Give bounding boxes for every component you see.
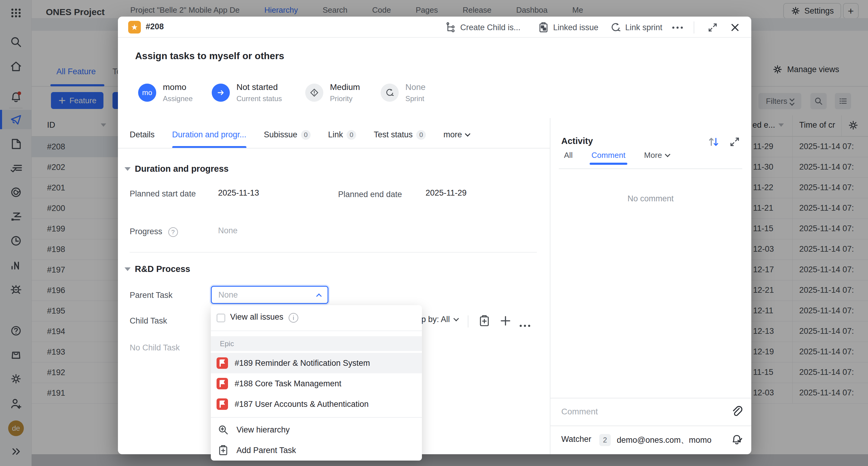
child-task-more-button[interactable] bbox=[520, 319, 533, 332]
planned-start-label: Planned start date bbox=[130, 188, 202, 200]
progress-value[interactable]: None bbox=[218, 226, 238, 235]
child-task-label: Child Task bbox=[130, 315, 167, 327]
priority-value: Medium bbox=[330, 82, 360, 93]
tab-link[interactable]: Link0 bbox=[328, 121, 356, 148]
view-all-checkbox[interactable] bbox=[217, 314, 225, 322]
watcher-count-badge: 2 bbox=[599, 434, 611, 446]
sprint-label: Sprint bbox=[405, 94, 426, 104]
more-actions-button[interactable] bbox=[672, 21, 683, 34]
expand-icon bbox=[707, 22, 719, 33]
tab-subissue[interactable]: Subissue0 bbox=[264, 121, 311, 148]
test-status-badge: 0 bbox=[416, 130, 426, 140]
expand-modal-button[interactable] bbox=[707, 21, 719, 34]
chevron-down-icon bbox=[665, 151, 670, 157]
section-divider bbox=[130, 252, 537, 253]
info-icon: i bbox=[289, 313, 298, 323]
status-value: Not started bbox=[237, 82, 282, 93]
add-parent-task-action[interactable]: Add Parent Task bbox=[211, 440, 422, 461]
clipboard-plus-icon bbox=[217, 444, 229, 456]
close-icon bbox=[729, 22, 741, 33]
tab-details[interactable]: Details bbox=[130, 121, 155, 148]
comment-input[interactable]: Comment bbox=[550, 398, 751, 426]
parent-task-select[interactable]: None bbox=[211, 286, 329, 304]
sprint-attribute[interactable]: None Sprint bbox=[381, 82, 426, 104]
parent-task-label: Parent Task bbox=[130, 289, 173, 301]
no-comment-text: No comment bbox=[550, 194, 751, 203]
status-attribute[interactable]: Not started Current status bbox=[212, 82, 282, 104]
view-hierarchy-action[interactable]: View hierarchy bbox=[211, 419, 422, 440]
epic-flag-icon bbox=[217, 357, 228, 369]
priority-diamond-icon bbox=[305, 84, 323, 102]
issue-id: #208 bbox=[146, 22, 164, 31]
parent-task-dropdown: View all issues i Epic #189 Reminder & N… bbox=[211, 305, 422, 461]
create-child-label: Create Child is... bbox=[460, 23, 521, 32]
activity-tab-comment[interactable]: Comment bbox=[591, 151, 625, 165]
dropdown-option[interactable]: #187 User Accounts & Authentication bbox=[211, 394, 422, 414]
link-badge: 0 bbox=[346, 130, 356, 140]
duration-section-heading[interactable]: Duration and progress bbox=[125, 164, 228, 174]
zoom-hierarchy-icon bbox=[217, 424, 229, 436]
activity-tabs-border bbox=[559, 168, 742, 169]
tab-test-status[interactable]: Test status0 bbox=[374, 121, 426, 148]
screen: de ONES Project Project "Belle 2" Mobile… bbox=[0, 0, 868, 466]
child-task-toolbar-divider bbox=[468, 315, 468, 327]
attachment-paperclip-icon[interactable] bbox=[730, 405, 743, 419]
planned-start-value[interactable]: 2025-11-13 bbox=[218, 188, 259, 198]
rd-section-heading[interactable]: R&D Process bbox=[125, 264, 190, 274]
sprint-icon bbox=[610, 22, 622, 33]
tab-more[interactable]: more bbox=[443, 121, 470, 148]
planned-end-value[interactable]: 2025-11-29 bbox=[426, 188, 467, 198]
option-label: #189 Reminder & Notification System bbox=[235, 358, 370, 368]
priority-label: Priority bbox=[330, 94, 360, 104]
sort-order-icon[interactable] bbox=[707, 136, 720, 148]
option-label: #188 Core Task Management bbox=[235, 379, 341, 388]
epic-flag-icon bbox=[217, 378, 228, 389]
watcher-label: Watcher bbox=[561, 435, 591, 444]
planned-end-label: Planned end date bbox=[338, 188, 402, 200]
issue-type-star-icon: ★ bbox=[128, 21, 141, 33]
linked-issue-label: Linked issue bbox=[553, 23, 598, 32]
header-divider bbox=[694, 22, 694, 33]
progress-label: Progress ? bbox=[130, 226, 178, 237]
activity-tab-more[interactable]: More bbox=[644, 151, 670, 165]
linked-issue-button[interactable]: Linked issue bbox=[537, 21, 598, 34]
progress-help-icon[interactable]: ? bbox=[168, 227, 178, 237]
epic-flag-icon bbox=[217, 399, 228, 410]
sprint-icon bbox=[381, 84, 399, 102]
comment-placeholder: Comment bbox=[561, 407, 598, 416]
watcher-names[interactable]: demo@ones.com、momo bbox=[617, 435, 711, 445]
link-sprint-label: Link sprint bbox=[625, 23, 662, 32]
watcher-row: Watcher 2 demo@ones.com、momo bbox=[550, 426, 751, 454]
linked-issue-icon bbox=[537, 22, 550, 33]
assignee-value: momo bbox=[163, 82, 193, 93]
option-label: #187 User Accounts & Authentication bbox=[235, 400, 369, 409]
parent-task-value: None bbox=[218, 290, 238, 300]
tab-duration[interactable]: Duration and progr... bbox=[172, 121, 246, 148]
create-child-button[interactable]: Create Child is... bbox=[444, 21, 521, 34]
tabs-border bbox=[118, 148, 550, 148]
no-child-task-text: No Child Task bbox=[130, 343, 180, 352]
dropdown-header: View all issues i bbox=[211, 305, 422, 331]
priority-attribute[interactable]: Medium Priority bbox=[305, 82, 360, 104]
dropdown-option[interactable]: #188 Core Task Management bbox=[211, 373, 422, 394]
collapse-triangle-icon bbox=[125, 167, 131, 171]
view-hierarchy-label: View hierarchy bbox=[237, 425, 290, 435]
add-parent-label: Add Parent Task bbox=[237, 446, 296, 455]
subissue-badge: 0 bbox=[301, 130, 311, 140]
watch-bell-check-icon[interactable] bbox=[730, 433, 743, 448]
activity-tab-all[interactable]: All bbox=[564, 151, 573, 165]
copy-add-clipboard-icon[interactable] bbox=[478, 314, 491, 327]
close-modal-button[interactable] bbox=[729, 21, 741, 34]
chevron-down-icon bbox=[465, 131, 470, 137]
link-sprint-button[interactable]: Link sprint bbox=[610, 21, 662, 34]
add-child-plus-icon[interactable] bbox=[499, 314, 512, 327]
subtree-icon bbox=[444, 22, 457, 33]
assignee-attribute[interactable]: mo momo Assignee bbox=[138, 82, 193, 104]
assignee-label: Assignee bbox=[163, 94, 193, 104]
expand-activity-icon[interactable] bbox=[728, 136, 741, 148]
dropdown-option[interactable]: #189 Reminder & Notification System bbox=[211, 353, 422, 373]
sprint-value: None bbox=[405, 82, 426, 93]
view-all-label[interactable]: View all issues bbox=[230, 312, 283, 322]
dropdown-group-header: Epic bbox=[211, 336, 422, 351]
modal-tabs: Details Duration and progr... Subissue0 … bbox=[130, 121, 470, 148]
